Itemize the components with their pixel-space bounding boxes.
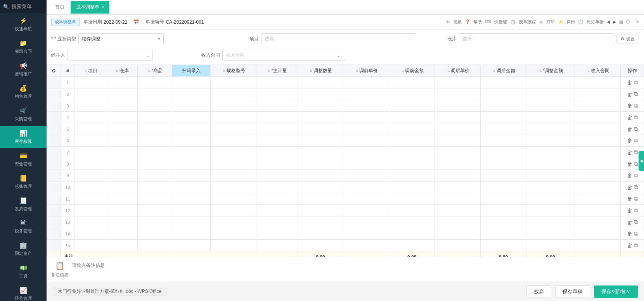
cell-2-3[interactable] bbox=[172, 88, 211, 100]
tab-close-成本调整单[interactable]: × bbox=[102, 5, 104, 9]
sidebar-item-fixed-assets[interactable]: 🏢固定资产 bbox=[0, 238, 47, 260]
row-settings-15[interactable] bbox=[47, 240, 61, 251]
cell-10-3[interactable] bbox=[172, 182, 211, 193]
cell-10-0[interactable] bbox=[75, 182, 106, 193]
income-contract-input[interactable]: 收入合同 ... bbox=[222, 50, 345, 61]
cell-8-3[interactable] bbox=[172, 158, 211, 170]
cell-1-4[interactable] bbox=[211, 77, 256, 88]
col-scan[interactable]: 扫码录入 bbox=[172, 65, 211, 77]
cell-11-3[interactable] bbox=[172, 193, 211, 205]
cell-9-1[interactable] bbox=[106, 170, 138, 182]
cell-7-1[interactable] bbox=[106, 147, 138, 158]
delete-icon-13[interactable]: 🗑 bbox=[627, 219, 632, 225]
cell-9-12[interactable] bbox=[575, 170, 621, 182]
cell-11-4[interactable] bbox=[211, 193, 256, 205]
cell-14-5[interactable] bbox=[256, 228, 298, 240]
warehouse-dots[interactable]: ... bbox=[607, 36, 611, 42]
cell-10-2[interactable] bbox=[138, 182, 172, 193]
cell-9-7[interactable] bbox=[343, 170, 389, 182]
cell-7-10[interactable] bbox=[481, 147, 526, 158]
cell-3-10[interactable] bbox=[481, 100, 526, 112]
sidebar-search[interactable]: 🔍 搜索菜单 bbox=[0, 0, 47, 13]
shortcut-btn[interactable]: 快捷键 bbox=[494, 19, 507, 25]
cell-10-1[interactable] bbox=[106, 182, 138, 193]
cell-13-0[interactable] bbox=[75, 216, 106, 228]
sidebar-item-salary[interactable]: 💵工资 bbox=[0, 260, 47, 283]
cell-12-2[interactable] bbox=[138, 205, 172, 216]
copy-icon-12[interactable]: ⧉ bbox=[634, 207, 638, 214]
sidebar-item-fund-management[interactable]: 💳资金管理 bbox=[0, 148, 47, 171]
cell-2-9[interactable] bbox=[435, 88, 481, 100]
cell-8-10[interactable] bbox=[481, 158, 526, 170]
cell-12-5[interactable] bbox=[256, 205, 298, 216]
copy-icon-9[interactable]: ⧉ bbox=[634, 172, 638, 179]
row-settings-11[interactable] bbox=[47, 193, 61, 205]
view-btn[interactable]: 视频 bbox=[453, 19, 462, 25]
cell-15-10[interactable] bbox=[481, 240, 526, 251]
cell-10-8[interactable] bbox=[389, 182, 435, 193]
cell-10-5[interactable] bbox=[256, 182, 298, 193]
delete-icon-8[interactable]: 🗑 bbox=[627, 161, 632, 167]
cell-10-7[interactable] bbox=[343, 182, 389, 193]
calendar-icon[interactable]: 📅 bbox=[133, 19, 139, 25]
cell-11-2[interactable] bbox=[138, 193, 172, 205]
cell-6-2[interactable] bbox=[138, 135, 172, 147]
cell-3-3[interactable] bbox=[172, 100, 211, 112]
cell-7-5[interactable] bbox=[256, 147, 298, 158]
cell-6-4[interactable] bbox=[211, 135, 256, 147]
cell-15-8[interactable] bbox=[389, 240, 435, 251]
cell-3-4[interactable] bbox=[211, 100, 256, 112]
cell-5-9[interactable] bbox=[435, 123, 481, 135]
cell-13-2[interactable] bbox=[138, 216, 172, 228]
cell-4-11[interactable] bbox=[526, 112, 575, 123]
cell-14-7[interactable] bbox=[343, 228, 389, 240]
cell-9-10[interactable] bbox=[481, 170, 526, 182]
cell-7-3[interactable] bbox=[172, 147, 211, 158]
cell-14-10[interactable] bbox=[481, 228, 526, 240]
cell-11-0[interactable] bbox=[75, 193, 106, 205]
cell-7-4[interactable] bbox=[211, 147, 256, 158]
cell-1-11[interactable] bbox=[526, 77, 575, 88]
cell-13-5[interactable] bbox=[256, 216, 298, 228]
copy-icon-11[interactable]: ⧉ bbox=[634, 195, 638, 202]
cell-9-11[interactable] bbox=[526, 170, 575, 182]
cell-13-11[interactable] bbox=[526, 216, 575, 228]
row-settings-7[interactable] bbox=[47, 147, 61, 158]
cell-6-3[interactable] bbox=[172, 135, 211, 147]
row-settings-12[interactable] bbox=[47, 205, 61, 216]
delete-icon-10[interactable]: 🗑 bbox=[627, 184, 632, 190]
row-settings-14[interactable] bbox=[47, 228, 61, 240]
cell-14-4[interactable] bbox=[211, 228, 256, 240]
cell-3-1[interactable] bbox=[106, 100, 138, 112]
cell-4-4[interactable] bbox=[211, 112, 256, 123]
cell-13-1[interactable] bbox=[106, 216, 138, 228]
cell-15-4[interactable] bbox=[211, 240, 256, 251]
cell-15-9[interactable] bbox=[435, 240, 481, 251]
delete-icon-2[interactable]: 🗑 bbox=[627, 91, 632, 97]
cell-15-1[interactable] bbox=[106, 240, 138, 251]
delete-icon-6[interactable]: 🗑 bbox=[627, 138, 632, 144]
cell-2-5[interactable] bbox=[256, 88, 298, 100]
cell-4-2[interactable] bbox=[138, 112, 172, 123]
cell-11-11[interactable] bbox=[526, 193, 575, 205]
row-settings-6[interactable] bbox=[47, 135, 61, 147]
cell-8-0[interactable] bbox=[75, 158, 106, 170]
row-settings-4[interactable] bbox=[47, 112, 61, 123]
cell-5-6[interactable] bbox=[298, 123, 343, 135]
cell-2-12[interactable] bbox=[575, 88, 621, 100]
cell-3-8[interactable] bbox=[389, 100, 435, 112]
copy-icon-2[interactable]: ⧉ bbox=[634, 91, 638, 97]
delete-icon-14[interactable]: 🗑 bbox=[627, 231, 632, 237]
cell-7-2[interactable] bbox=[138, 147, 172, 158]
cell-8-2[interactable] bbox=[138, 158, 172, 170]
cell-5-10[interactable] bbox=[481, 123, 526, 135]
cell-6-7[interactable] bbox=[343, 135, 389, 147]
cell-8-7[interactable] bbox=[343, 158, 389, 170]
cell-5-7[interactable] bbox=[343, 123, 389, 135]
cell-12-6[interactable] bbox=[298, 205, 343, 216]
cell-13-6[interactable] bbox=[298, 216, 343, 228]
table-wrap[interactable]: ⚙ # ⇅项目 ⇅仓库 ⇅*商品 扫码录入 ⇅规格型号 ⇅*主计量 ⇅调整数量 … bbox=[47, 65, 644, 257]
copy-icon-5[interactable]: ⧉ bbox=[634, 126, 638, 132]
cell-2-0[interactable] bbox=[75, 88, 106, 100]
cell-15-5[interactable] bbox=[256, 240, 298, 251]
